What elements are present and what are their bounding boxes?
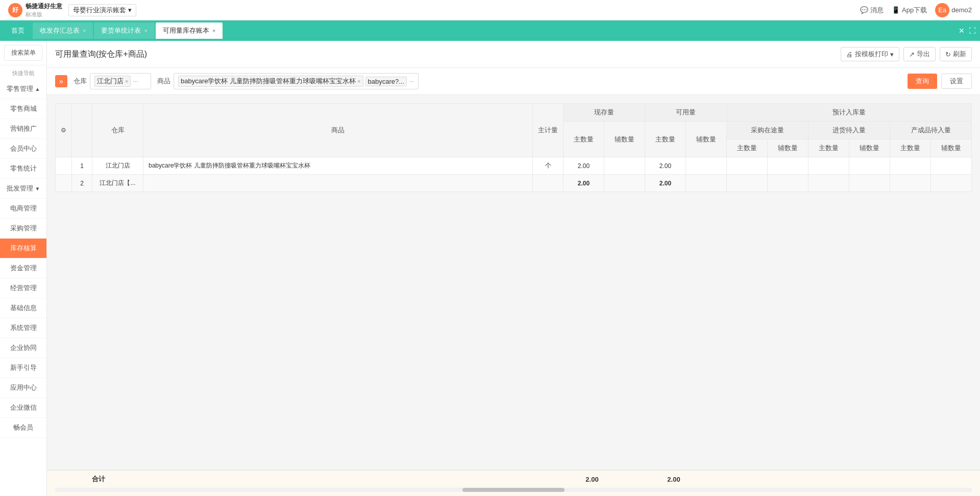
sidebar-label-corp: 企业协同 [10, 344, 37, 351]
tab-receipt[interactable]: 收发存汇总表 × [33, 22, 93, 39]
main-layout: 搜索菜单 快捷导航 零售管理 ▲ 零售商城 营销推广 会员中心 零售统计 批发管… [0, 41, 980, 496]
goods-label: 商品 [157, 77, 170, 86]
row2-settings [56, 175, 72, 192]
sidebar-item-newbie[interactable]: 新手引导 [0, 358, 46, 378]
sidebar-item-marketing[interactable]: 营销推广 [0, 119, 46, 139]
sidebar-item-wholesale[interactable]: 批发管理 ▼ [0, 179, 46, 199]
total-row: 合计 2.00 2.00 [47, 470, 980, 488]
horizontal-scrollbar[interactable] [55, 488, 972, 492]
goods-tag-1-close[interactable]: × [357, 78, 360, 84]
col-stock-group: 现存量 [564, 104, 645, 122]
tab-available-label: 可用量库存账本 [163, 26, 209, 35]
row2-avail-main: 2.00 [645, 175, 686, 192]
tab-available-close[interactable]: × [212, 28, 215, 34]
setting-button[interactable]: 设置 [941, 74, 972, 89]
query-button[interactable]: 查询 [908, 74, 937, 89]
chevron-print-icon: ▾ [890, 51, 894, 58]
col-incoming-main: 主数量 [808, 139, 849, 157]
warehouse-more[interactable]: ··· [133, 78, 138, 85]
sidebar-search-area: 搜索菜单 [0, 41, 46, 65]
sidebar-label-retail-stat: 零售统计 [10, 164, 37, 172]
col-production-sub: 辅数量 [931, 139, 972, 157]
sidebar-item-retail-stat[interactable]: 零售统计 [0, 159, 46, 179]
row1-production-sub [931, 157, 972, 175]
sidebar-label-system: 系统管理 [10, 324, 37, 332]
col-production-main: 主数量 [890, 139, 931, 157]
tab-home[interactable]: 首页 [4, 22, 32, 39]
col-purchase-group: 采购在途量 [727, 122, 808, 139]
window-controls: ✕ ⛶ [959, 27, 976, 35]
tab-receipt-label: 收发存汇总表 [40, 26, 80, 35]
sidebar-label-mall: 零售商城 [10, 105, 37, 112]
goods-more[interactable]: ··· [409, 78, 414, 85]
avatar: Ea [935, 3, 949, 17]
industry-selector[interactable]: 母婴行业演示账套 ▾ [68, 4, 136, 16]
sidebar-item-zero-retail[interactable]: 零售管理 ▲ [0, 79, 46, 99]
sidebar-item-purchase[interactable]: 采购管理 [0, 219, 46, 239]
tab-receipt-close[interactable]: × [83, 28, 86, 34]
row2-purchase-sub [768, 175, 808, 192]
logo-text: 畅捷通好生意 标准版 [26, 2, 62, 18]
tab-order-close[interactable]: × [144, 28, 147, 34]
search-menu-button[interactable]: 搜索菜单 [4, 45, 42, 61]
sidebar-item-appstore[interactable]: 应用中心 [0, 378, 46, 398]
col-purchase-sub: 辅数量 [768, 139, 808, 157]
sidebar-label-marketing: 营销推广 [10, 125, 37, 132]
sidebar-item-member2[interactable]: 畅会员 [0, 418, 46, 438]
tab-available[interactable]: 可用量库存账本 × [156, 22, 223, 39]
close-window-icon[interactable]: ✕ [959, 27, 965, 35]
logo-icon: 好 [8, 3, 22, 17]
content-area: 可用量查询(按仓库+商品) 🖨 按模板打印 ▾ ↗ 导出 ↻ 刷新 » [47, 41, 980, 496]
sidebar-item-wechat[interactable]: 企业微信 [0, 398, 46, 418]
filter-bar: » 仓库 江北门店 × ··· 商品 babycare学饮杯 儿童防摔防撞吸管杯… [47, 68, 980, 95]
col-warehouse-header: 仓库 [92, 104, 143, 157]
user-profile[interactable]: Ea demo2 [935, 3, 972, 17]
row1-stock-sub [604, 157, 645, 175]
row1-unit: 个 [533, 157, 564, 175]
row1-warehouse: 江北门店 [92, 157, 143, 175]
row2-incoming-main [808, 175, 849, 192]
app-download-button[interactable]: 📱 App下载 [892, 6, 927, 15]
row2-incoming-sub [849, 175, 890, 192]
col-available-group: 可用量 [645, 104, 727, 122]
filter-expand-button[interactable]: » [55, 75, 67, 87]
sidebar-item-member[interactable]: 会员中心 [0, 139, 46, 159]
sidebar-item-inventory[interactable]: 库存核算 [0, 239, 46, 258]
sidebar-item-business[interactable]: 经营管理 [0, 278, 46, 298]
row1-avail-main: 2.00 [645, 157, 686, 175]
row2-avail-sub [686, 175, 727, 192]
tab-order[interactable]: 要货单统计表 × [94, 22, 154, 39]
col-available-main: 主数量 [645, 122, 686, 157]
scroll-thumb[interactable] [462, 488, 565, 492]
warehouse-filter: 仓库 江北门店 × ··· [74, 73, 151, 89]
quick-nav-label[interactable]: 快捷导航 [0, 65, 46, 79]
col-purchase-main: 主数量 [727, 139, 768, 157]
sidebar-label-wechat: 企业微信 [10, 404, 37, 411]
sidebar-item-corp[interactable]: 企业协同 [0, 338, 46, 358]
row2-goods [143, 175, 533, 192]
export-button[interactable]: ↗ 导出 [903, 47, 936, 61]
page-actions: 🖨 按模板打印 ▾ ↗ 导出 ↻ 刷新 [841, 47, 972, 61]
chevron-down-icon: ▾ [128, 6, 132, 14]
goods-input[interactable]: babycare学饮杯 儿童防摔防撞吸管杯重力球吸嘴杯宝宝水杯 × babyca… [174, 73, 419, 89]
sidebar-item-finance[interactable]: 资金管理 [0, 258, 46, 278]
print-button[interactable]: 🖨 按模板打印 ▾ [841, 47, 899, 61]
sidebar-item-ecommerce[interactable]: 电商管理 [0, 199, 46, 219]
maximize-window-icon[interactable]: ⛶ [969, 27, 976, 35]
sidebar-item-basic[interactable]: 基础信息 [0, 298, 46, 318]
sidebar-item-system[interactable]: 系统管理 [0, 318, 46, 338]
warehouse-tag-close[interactable]: × [125, 78, 128, 84]
row2-stock-main: 2.00 [564, 175, 604, 192]
sidebar-label-finance: 资金管理 [10, 264, 37, 272]
sidebar-item-mall[interactable]: 零售商城 [0, 99, 46, 119]
row1-incoming-main [808, 157, 849, 175]
app-icon: 📱 [892, 6, 900, 14]
sidebar-label-basic: 基础信息 [10, 304, 37, 312]
message-button[interactable]: 💬 消息 [860, 6, 884, 15]
warehouse-input[interactable]: 江北门店 × ··· [90, 73, 151, 89]
goods-filter: 商品 babycare学饮杯 儿童防摔防撞吸管杯重力球吸嘴杯宝宝水杯 × bab… [157, 73, 419, 89]
sidebar-label-inventory: 库存核算 [10, 244, 37, 252]
row2-stock-sub [604, 175, 645, 192]
refresh-button[interactable]: ↻ 刷新 [940, 47, 972, 61]
refresh-icon: ↻ [945, 51, 951, 58]
